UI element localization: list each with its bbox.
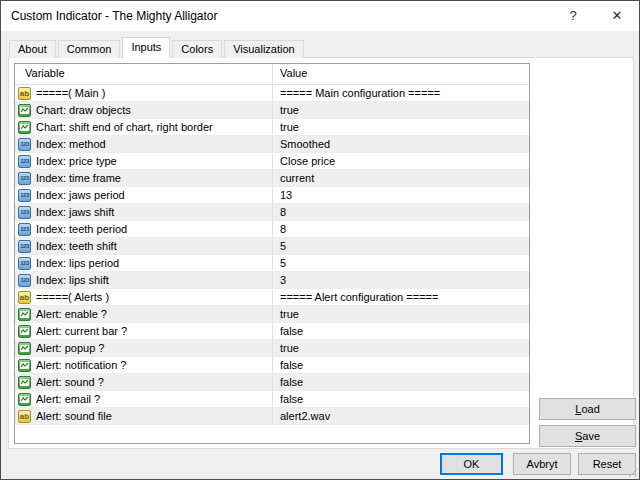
table-row[interactable]: ab=====( Main )===== Main configuration … [15, 85, 529, 102]
variable-cell: Alert: email ? [15, 391, 273, 407]
chart-icon [18, 121, 31, 134]
inputs-tab-page: Variable Value ab=====( Main )===== Main… [8, 57, 634, 449]
tab-common[interactable]: Common [58, 40, 121, 58]
window-title: Custom Indicator - The Mighty Alligator [11, 1, 218, 31]
reset-button[interactable]: Reset [578, 453, 636, 475]
number-icon: 123 [18, 189, 31, 202]
value-cell[interactable]: 8 [273, 221, 529, 237]
value-cell[interactable]: alert2.wav [273, 408, 529, 424]
tab-visualization[interactable]: Visualization [224, 40, 304, 58]
number-icon: 123 [18, 206, 31, 219]
chart-icon [18, 376, 31, 389]
table-row[interactable]: 123Index: jaws period13 [15, 187, 529, 204]
table-body: ab=====( Main )===== Main configuration … [15, 85, 529, 425]
value-cell[interactable]: true [273, 119, 529, 135]
value-cell[interactable]: true [273, 102, 529, 118]
table-row[interactable]: 123Index: time framecurrent [15, 170, 529, 187]
value-cell[interactable]: false [273, 323, 529, 339]
variable-label: Alert: popup ? [36, 342, 105, 354]
table-row[interactable]: Alert: notification ?false [15, 357, 529, 374]
variable-cell: 123Index: jaws period [15, 187, 273, 203]
variable-label: Alert: sound file [36, 410, 112, 422]
table-row[interactable]: abAlert: sound filealert2.wav [15, 408, 529, 425]
table-row[interactable]: 123Index: lips shift3 [15, 272, 529, 289]
table-row[interactable]: Alert: sound ?false [15, 374, 529, 391]
number-icon: 123 [18, 223, 31, 236]
value-cell[interactable]: Close price [273, 153, 529, 169]
value-cell[interactable]: 13 [273, 187, 529, 203]
value-cell[interactable]: Smoothed [273, 136, 529, 152]
parameters-table: Variable Value ab=====( Main )===== Main… [14, 63, 530, 444]
value-cell[interactable]: 8 [273, 204, 529, 220]
chart-icon [18, 359, 31, 372]
variable-cell: Alert: current bar ? [15, 323, 273, 339]
close-icon[interactable]: ✕ [595, 1, 639, 31]
variable-cell: Alert: notification ? [15, 357, 273, 373]
tab-about[interactable]: About [9, 40, 56, 58]
variable-label: Alert: email ? [36, 393, 100, 405]
text-icon: ab [18, 87, 31, 100]
chart-icon [18, 325, 31, 338]
number-icon: 123 [18, 172, 31, 185]
table-row[interactable]: 123Index: methodSmoothed [15, 136, 529, 153]
tab-inputs[interactable]: Inputs [122, 37, 170, 58]
table-row[interactable]: 123Index: teeth shift5 [15, 238, 529, 255]
chart-icon [18, 342, 31, 355]
table-row[interactable]: Chart: draw objectstrue [15, 102, 529, 119]
value-cell[interactable]: 5 [273, 255, 529, 271]
column-header-value: Value [273, 64, 529, 84]
load-button[interactable]: Load [539, 398, 636, 420]
variable-cell: abAlert: sound file [15, 408, 273, 424]
table-row[interactable]: Chart: shift end of chart, right bordert… [15, 119, 529, 136]
variable-label: Chart: shift end of chart, right border [36, 121, 213, 133]
variable-label: Index: time frame [36, 172, 121, 184]
table-row[interactable]: 123Index: teeth period8 [15, 221, 529, 238]
table-row[interactable]: Alert: email ?false [15, 391, 529, 408]
variable-cell: 123Index: teeth period [15, 221, 273, 237]
table-header: Variable Value [15, 64, 529, 85]
variable-label: Alert: current bar ? [36, 325, 127, 337]
table-row[interactable]: Alert: current bar ?false [15, 323, 529, 340]
value-cell[interactable]: ===== Main configuration ===== [273, 85, 529, 101]
variable-cell: 123Index: time frame [15, 170, 273, 186]
variable-cell: 123Index: lips period [15, 255, 273, 271]
variable-label: Alert: enable ? [36, 308, 107, 320]
save-button[interactable]: Save [539, 425, 636, 447]
value-cell[interactable]: false [273, 391, 529, 407]
value-cell[interactable]: 3 [273, 272, 529, 288]
value-cell[interactable]: 5 [273, 238, 529, 254]
number-icon: 123 [18, 274, 31, 287]
variable-label: =====( Alerts ) [36, 291, 109, 303]
variable-label: Index: method [36, 138, 106, 150]
variable-cell: Alert: sound ? [15, 374, 273, 390]
variable-label: Chart: draw objects [36, 104, 131, 116]
number-icon: 123 [18, 155, 31, 168]
value-cell[interactable]: ===== Alert configuration ===== [273, 289, 529, 305]
table-row[interactable]: Alert: enable ?true [15, 306, 529, 323]
chart-icon [18, 308, 31, 321]
value-cell[interactable]: true [273, 340, 529, 356]
value-cell[interactable]: false [273, 374, 529, 390]
ok-button[interactable]: OK [440, 453, 503, 475]
chart-icon [18, 393, 31, 406]
value-cell[interactable]: false [273, 357, 529, 373]
variable-cell: 123Index: price type [15, 153, 273, 169]
avbryt-button[interactable]: Avbryt [513, 453, 571, 475]
tab-colors[interactable]: Colors [172, 40, 222, 58]
number-icon: 123 [18, 257, 31, 270]
variable-label: Alert: notification ? [36, 359, 127, 371]
number-icon: 123 [18, 138, 31, 151]
table-row[interactable]: 123Index: jaws shift8 [15, 204, 529, 221]
help-icon[interactable]: ? [551, 1, 595, 31]
value-cell[interactable]: current [273, 170, 529, 186]
variable-label: Index: jaws shift [36, 206, 114, 218]
variable-cell: 123Index: teeth shift [15, 238, 273, 254]
variable-label: =====( Main ) [36, 87, 105, 99]
variable-cell: ab=====( Alerts ) [15, 289, 273, 305]
value-cell[interactable]: true [273, 306, 529, 322]
table-row[interactable]: 123Index: price typeClose price [15, 153, 529, 170]
variable-label: Index: price type [36, 155, 117, 167]
table-row[interactable]: ab=====( Alerts )===== Alert configurati… [15, 289, 529, 306]
table-row[interactable]: Alert: popup ?true [15, 340, 529, 357]
table-row[interactable]: 123Index: lips period5 [15, 255, 529, 272]
